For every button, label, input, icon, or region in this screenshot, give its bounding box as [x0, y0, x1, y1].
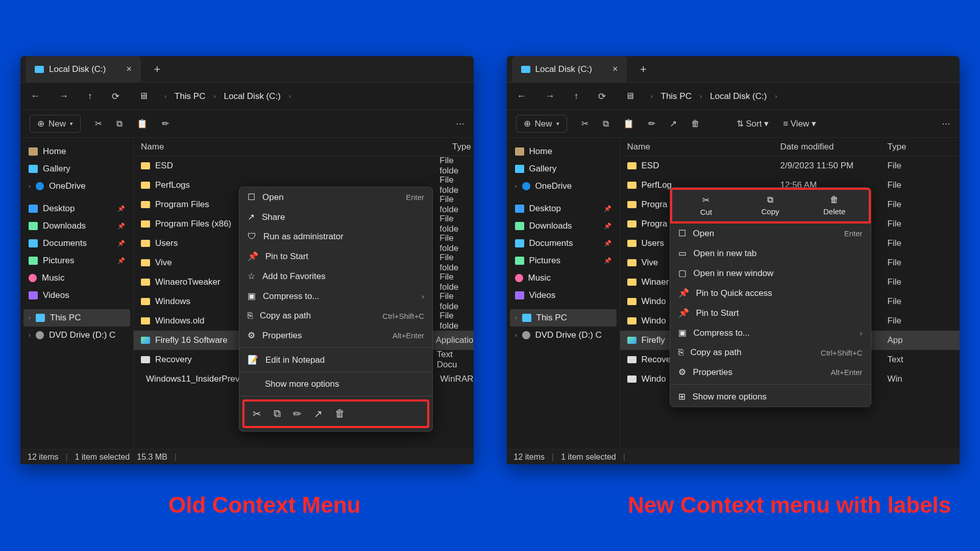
share-icon[interactable]: ↗ [314, 408, 323, 420]
paste-icon[interactable]: 📋 [623, 118, 634, 129]
documents-icon [29, 239, 38, 247]
menu-open-new-tab[interactable]: ▭Open in new tab [670, 243, 871, 263]
file-icon [141, 356, 150, 363]
menu-pin-quick[interactable]: 📌Pin to Quick access [670, 283, 871, 303]
sidebar-item-music[interactable]: Music [510, 269, 617, 287]
cut-icon[interactable]: ✂ [581, 118, 589, 129]
paste-icon[interactable]: 📋 [137, 118, 148, 129]
refresh-button[interactable]: ⟳ [109, 88, 122, 105]
sidebar-item-desktop[interactable]: Desktop📌 [510, 200, 617, 217]
sidebar-item-onedrive[interactable]: ›OneDrive [510, 178, 617, 195]
close-tab-icon[interactable]: × [126, 64, 132, 74]
window-old: Local Disk (C:) × + ← → ↑ ⟳ 🖥 › This PC … [20, 56, 474, 464]
delete-icon[interactable]: 🗑 [691, 119, 700, 129]
menu-more-options[interactable]: ⊞Show more options [670, 387, 871, 407]
crumb-this-pc[interactable]: This PC [175, 91, 205, 102]
menu-open[interactable]: ☐OpenEnter [670, 223, 871, 243]
rename-icon[interactable]: ✏ [293, 408, 302, 420]
menu-copypath[interactable]: ⎘Copy as pathCtrl+Shift+C [239, 306, 432, 325]
sort-button[interactable]: ⇅ Sort ▾ [737, 118, 769, 129]
sidebar-item-downloads[interactable]: Downloads📌 [510, 217, 617, 235]
menu-more-options[interactable]: Show more options [239, 374, 432, 394]
cut-icon[interactable]: ✂ [95, 118, 102, 129]
crumb-disk[interactable]: Local Disk (C:) [710, 91, 767, 102]
sidebar-item-documents[interactable]: Documents📌 [23, 235, 130, 252]
menu-pin-start[interactable]: 📌Pin to Start [670, 303, 871, 323]
sidebar-item-videos[interactable]: Videos [23, 287, 130, 304]
sidebar-item-this-pc[interactable]: ›This PC [510, 309, 617, 327]
menu-copypath[interactable]: ⎘Copy as pathCtrl+Shift+C [670, 343, 871, 362]
sidebar-item-this-pc[interactable]: ›This PC [23, 309, 130, 327]
forward-button[interactable]: → [543, 88, 558, 105]
sidebar-item-home[interactable]: Home [23, 143, 130, 160]
file-row[interactable]: ESDFile folde [134, 156, 474, 176]
rename-icon[interactable]: ✏ [648, 118, 655, 129]
columns-header[interactable]: Name Date modified Type [620, 138, 960, 156]
more-icon[interactable]: ⋯ [456, 118, 464, 129]
sidebar-item-dvd[interactable]: ›DVD Drive (D:) C [510, 327, 617, 344]
menu-properties[interactable]: ⚙PropertiesAlt+Enter [670, 362, 871, 382]
back-button[interactable]: ← [514, 88, 529, 105]
sidebar-item-pictures[interactable]: Pictures📌 [23, 252, 130, 269]
monitor-icon[interactable]: 🖥 [136, 88, 151, 105]
delete-icon[interactable]: 🗑 [335, 408, 345, 420]
chevron-down-icon: ▾ [70, 120, 73, 127]
sidebar-item-gallery[interactable]: Gallery [510, 160, 617, 178]
more-icon[interactable]: ⋯ [942, 118, 950, 129]
view-button[interactable]: ≡ View ▾ [783, 118, 816, 129]
cut-icon[interactable]: ✂ [253, 408, 261, 420]
crumb-disk[interactable]: Local Disk (C:) [224, 91, 280, 102]
copy-icon[interactable]: ⧉ [274, 408, 281, 420]
menu-compress[interactable]: ▣Compress to...› [670, 323, 871, 343]
properties-icon: ⚙ [678, 367, 686, 378]
breadcrumb[interactable]: › This PC › Local Disk (C:) › [651, 91, 777, 102]
sidebar-item-onedrive[interactable]: ›OneDrive [23, 178, 130, 195]
new-tab-button[interactable]: + [634, 60, 652, 79]
tab-local-disk[interactable]: Local Disk (C:) × [512, 56, 627, 83]
sidebar-item-music[interactable]: Music [23, 269, 130, 287]
up-button[interactable]: ↑ [571, 88, 582, 105]
sidebar-item-pictures[interactable]: Pictures📌 [510, 252, 617, 269]
menu-pin-start[interactable]: 📌Pin to Start [239, 246, 432, 266]
breadcrumb[interactable]: › This PC › Local Disk (C:) › [164, 91, 291, 102]
new-tab-button[interactable]: + [148, 60, 166, 79]
tab-local-disk[interactable]: Local Disk (C:) × [26, 56, 141, 83]
close-tab-icon[interactable]: × [612, 64, 618, 74]
menu-copy-labeled[interactable]: ⧉Copy [755, 195, 785, 216]
menu-open[interactable]: ☐OpenEnter [239, 187, 432, 207]
sidebar-item-videos[interactable]: Videos [510, 287, 617, 304]
menu-compress[interactable]: ▣Compress to...› [239, 286, 432, 306]
crumb-this-pc[interactable]: This PC [661, 91, 692, 102]
rename-icon[interactable]: ✏ [162, 118, 169, 129]
monitor-icon[interactable]: 🖥 [622, 88, 638, 105]
sidebar-item-documents[interactable]: Documents📌 [510, 235, 617, 252]
sidebar-item-desktop[interactable]: Desktop📌 [23, 200, 130, 217]
menu-runas[interactable]: 🛡Run as administrator [239, 227, 432, 246]
tab-bar: Local Disk (C:) × + [507, 56, 960, 83]
up-button[interactable]: ↑ [85, 88, 95, 105]
chevron-icon: › [775, 93, 777, 100]
copy-icon[interactable]: ⧉ [116, 119, 122, 129]
item-count: 12 items [28, 453, 58, 462]
menu-open-new-window[interactable]: ▢Open in new window [670, 263, 871, 283]
new-button[interactable]: ⊕ New ▾ [516, 115, 567, 133]
file-name: Firefly [642, 335, 665, 345]
sidebar-item-gallery[interactable]: Gallery [23, 160, 130, 178]
menu-favorites[interactable]: ☆Add to Favorites [239, 266, 432, 286]
share-icon[interactable]: ↗ [670, 118, 677, 129]
sidebar-item-downloads[interactable]: Downloads📌 [23, 217, 130, 235]
menu-delete-labeled[interactable]: 🗑Delete [820, 195, 849, 216]
new-button[interactable]: ⊕ New ▾ [30, 115, 81, 133]
refresh-button[interactable]: ⟳ [595, 88, 609, 105]
forward-button[interactable]: → [56, 88, 71, 105]
file-row[interactable]: ESD2/9/2023 11:50 PMFile [620, 156, 960, 176]
columns-header[interactable]: Name Type [134, 138, 474, 156]
menu-properties[interactable]: ⚙PropertiesAlt+Enter [239, 325, 432, 345]
copy-icon[interactable]: ⧉ [603, 119, 609, 129]
menu-cut-labeled[interactable]: ✂Cut [691, 195, 721, 216]
sidebar-item-dvd[interactable]: ›DVD Drive (D:) C [23, 327, 130, 344]
sidebar-item-home[interactable]: Home [510, 143, 617, 160]
menu-edit-notepad[interactable]: 📝Edit in Notepad [239, 350, 432, 370]
menu-share[interactable]: ↗Share [239, 207, 432, 227]
back-button[interactable]: ← [28, 88, 43, 105]
